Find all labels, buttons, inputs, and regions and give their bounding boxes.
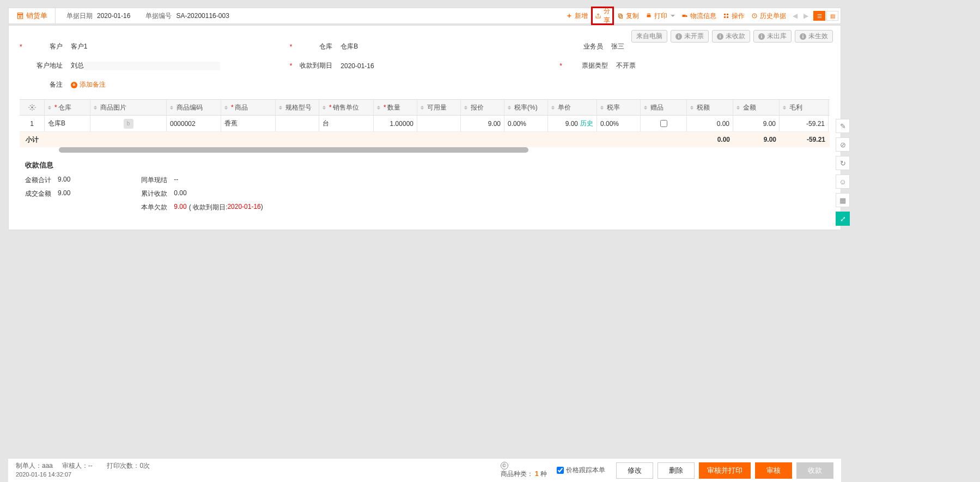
- price-follow-checkbox[interactable]: [557, 467, 564, 474]
- col-tax-amount[interactable]: 税额: [687, 100, 733, 115]
- rail-attach-icon[interactable]: ⊘: [836, 137, 850, 152]
- copy-button[interactable]: 复制: [614, 8, 642, 23]
- cell-gift[interactable]: [641, 116, 687, 131]
- form-card: 来自电脑 i未开票 i未收款 i未出库 i未生效 *客户客户1 *仓库仓库B 业…: [8, 25, 841, 230]
- col-warehouse[interactable]: *仓库: [45, 100, 90, 115]
- info-icon: i: [800, 33, 806, 40]
- new-label: 新增: [575, 11, 588, 21]
- print-label: 打印: [654, 11, 667, 21]
- payment-info-section: 收款信息 金额合计9.00 成交金额9.00 同单现结-- 累计收款0.00 本…: [20, 155, 830, 224]
- badge-not-effective-label: 未生效: [808, 32, 828, 41]
- history-label: 历史单据: [760, 11, 786, 21]
- print-button[interactable]: 打印: [642, 8, 678, 23]
- collect-button[interactable]: 收款: [796, 462, 833, 479]
- view-card-toggle[interactable]: ▤: [826, 11, 838, 21]
- truck-icon: [681, 13, 688, 19]
- badge-not-effective: i未生效: [795, 30, 833, 43]
- col-code[interactable]: 商品编码: [167, 100, 221, 115]
- th-avail: 可用量: [427, 103, 447, 112]
- col-image[interactable]: 商品图片: [90, 100, 167, 115]
- view-list-toggle[interactable]: ☰: [813, 11, 825, 21]
- new-button[interactable]: 新增: [563, 8, 591, 23]
- col-product[interactable]: *商品: [221, 100, 276, 115]
- cell-code[interactable]: 0000002: [167, 116, 221, 131]
- view-toggles: ☰ ▤: [811, 8, 841, 23]
- col-sell-unit[interactable]: *销售单位: [319, 100, 374, 115]
- svg-rect-2: [647, 15, 651, 17]
- prev-page-button[interactable]: ◀: [789, 8, 800, 23]
- cell-qty[interactable]: 1.00000: [374, 116, 417, 131]
- col-spec[interactable]: 规格型号: [276, 100, 319, 115]
- col-tax-rate[interactable]: 税率: [597, 100, 641, 115]
- salesman-label: 业务员: [559, 42, 603, 51]
- pay-due-label: 收款到期日: [294, 61, 332, 70]
- cell-amount: 9.00: [733, 116, 780, 131]
- line-items-table: *仓库 商品图片 商品编码 *商品 规格型号 *销售单位 *数量 可用量 报价 …: [20, 99, 830, 153]
- col-qty[interactable]: *数量: [374, 100, 417, 115]
- owe-value: 9.00: [174, 203, 186, 212]
- th-code: 商品编码: [176, 103, 203, 112]
- cell-warehouse[interactable]: 仓库B: [45, 116, 90, 131]
- cell-gross: -59.21: [780, 116, 829, 131]
- cell-product[interactable]: 香蕉: [221, 116, 276, 131]
- add-remark-button[interactable]: +添加备注: [71, 80, 106, 89]
- price-follow-checkbox-wrap[interactable]: 价格跟踪本单: [557, 466, 605, 475]
- modify-button[interactable]: 修改: [616, 462, 653, 479]
- audit-button[interactable]: 审核: [755, 462, 792, 479]
- footer-mid: © 商品种类： 1 种 价格跟踪本单: [501, 462, 605, 479]
- scrollbar-thumb[interactable]: [59, 147, 528, 153]
- cell-sell-unit[interactable]: 台: [319, 116, 374, 131]
- field-customer: *客户客户1: [20, 42, 290, 51]
- addr-masked: [84, 62, 220, 70]
- delete-button[interactable]: 删除: [658, 462, 695, 479]
- col-tax-rate-pct[interactable]: 税率(%): [504, 100, 548, 115]
- rail-expand-icon[interactable]: ⤢: [836, 212, 850, 226]
- invoice-type-value[interactable]: 不开票: [616, 61, 636, 70]
- col-quote[interactable]: 报价: [461, 100, 504, 115]
- next-page-button[interactable]: ▶: [800, 8, 811, 23]
- tab-sales-order[interactable]: 销货单: [9, 8, 56, 23]
- customer-value[interactable]: 客户1: [71, 42, 88, 51]
- print-icon: [646, 13, 652, 19]
- cust-addr-value[interactable]: 刘总: [71, 61, 84, 70]
- rail-refresh-icon[interactable]: ↻: [836, 156, 850, 170]
- top-actions: 新增 分享 复制 打印 物流信息 操作: [563, 8, 841, 23]
- cell-spec[interactable]: [276, 116, 319, 131]
- remark-label: 备注: [25, 80, 63, 89]
- logistics-button[interactable]: 物流信息: [678, 8, 720, 23]
- col-available[interactable]: 可用量: [417, 100, 461, 115]
- col-amount[interactable]: 金额: [733, 100, 780, 115]
- col-gift[interactable]: 赠品: [641, 100, 687, 115]
- cell-unit-price[interactable]: 9.00历史: [548, 116, 597, 131]
- rail-user-icon[interactable]: ☺: [836, 174, 850, 189]
- share-button-highlighted[interactable]: 分享: [591, 7, 614, 25]
- badge-no-outbound-label: 未出库: [767, 32, 787, 41]
- cell-tax-rate[interactable]: 0.00%: [597, 116, 641, 131]
- price-history-link[interactable]: 历史: [580, 119, 593, 128]
- cell-tax-rate-pct[interactable]: 0.00%: [504, 116, 548, 131]
- warehouse-value[interactable]: 仓库B: [340, 42, 358, 51]
- col-unit-price[interactable]: 单价: [548, 100, 597, 115]
- logistics-label: 物流信息: [690, 11, 716, 21]
- history-button[interactable]: 历史单据: [748, 8, 789, 23]
- footer-buttons: 修改 删除 审核并打印 审核 收款: [616, 462, 833, 479]
- table-row[interactable]: 1 仓库B b 0000002 香蕉 台 1.00000 9.00 0.00% …: [20, 116, 830, 132]
- share-label: 分享: [604, 7, 610, 25]
- horizontal-scrollbar[interactable]: [20, 147, 830, 153]
- rail-note-icon[interactable]: ✎: [836, 119, 850, 133]
- col-settings[interactable]: [20, 100, 45, 115]
- col-gross[interactable]: 毛利: [780, 100, 829, 115]
- cell-image[interactable]: b: [90, 116, 167, 131]
- gift-checkbox[interactable]: [660, 120, 667, 127]
- rail-record-icon[interactable]: ▦: [836, 193, 850, 207]
- pay-due-value[interactable]: 2020-01-16: [340, 62, 374, 70]
- svg-rect-8: [727, 16, 728, 18]
- svg-rect-3: [648, 14, 650, 15]
- doc-no-value: SA-20200116-003: [176, 12, 229, 20]
- operate-button[interactable]: 操作: [720, 8, 748, 23]
- salesman-value[interactable]: 张三: [611, 42, 624, 51]
- audit-print-button[interactable]: 审核并打印: [699, 462, 751, 479]
- th-taxrate: 税率: [607, 103, 620, 112]
- copyright-icon: ©: [501, 462, 508, 469]
- cell-quote[interactable]: 9.00: [461, 116, 504, 131]
